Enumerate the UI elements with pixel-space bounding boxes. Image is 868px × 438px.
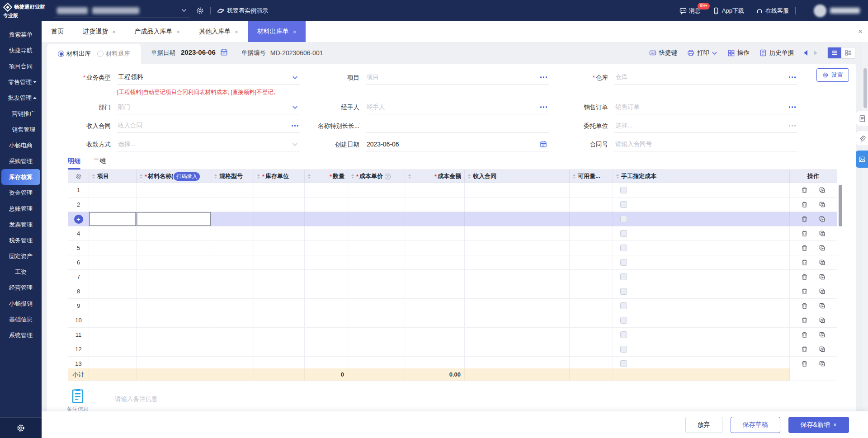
cell[interactable] [254,212,305,226]
sidebar-item-3[interactable]: 项目合同 [0,58,42,74]
cell[interactable] [305,212,348,226]
delete-row-icon[interactable] [801,360,808,367]
discard-button[interactable]: 放弃 [685,417,722,433]
cell[interactable] [570,342,613,356]
cell[interactable] [137,226,211,240]
column-header-1[interactable] [68,170,89,183]
sort-arrows-icon[interactable] [468,174,471,179]
column-header-6[interactable]: *数量 [305,170,348,183]
close-icon[interactable]: × [858,21,863,42]
form-field-input[interactable]: 2023-06-06 [366,138,549,151]
cell[interactable] [137,183,211,197]
table-row-13[interactable]: 13 [68,357,837,368]
cell[interactable] [89,226,137,240]
messages-button[interactable]: 消息 99+ [679,7,701,15]
table-row-2[interactable]: 2 [68,198,837,212]
form-field-input[interactable]: 请输入合同号 [614,138,797,151]
tab-4[interactable]: 其他入库单× [189,21,248,42]
radio-material-out[interactable]: 材料出库 [58,50,91,58]
column-header-3[interactable]: *材料名称(扫码录入 [137,170,211,183]
info-icon[interactable]: ? [385,174,391,179]
form-field-input[interactable]: 仓库 [614,71,797,85]
cell[interactable] [89,328,137,342]
cell[interactable] [790,183,837,197]
delete-row-icon[interactable] [801,245,808,251]
sidebar-item-8[interactable]: 小畅电商 [0,137,42,153]
gear-icon[interactable] [196,7,204,14]
cell[interactable] [137,255,211,269]
cell[interactable] [137,357,211,368]
cell[interactable] [137,313,211,327]
list-view-button[interactable] [828,47,841,58]
cell[interactable] [348,183,405,197]
cell[interactable] [790,328,837,342]
copy-row-icon[interactable] [819,302,826,309]
sidebar-item-18[interactable]: 小畅报销 [0,296,42,311]
form-field-input[interactable]: 选择... [614,119,797,133]
cell[interactable] [348,342,405,356]
sidebar-item-15[interactable]: 固定资产 [0,248,42,264]
close-icon[interactable]: × [177,28,180,35]
cell[interactable] [570,299,613,313]
column-header-5[interactable]: *库存单位 [254,170,305,183]
gear-icon[interactable] [75,173,82,180]
column-header-11[interactable]: 手工指定成本 [613,170,790,183]
manual-cost-checkbox[interactable] [620,360,627,367]
delete-row-icon[interactable] [801,346,808,353]
manual-cost-checkbox[interactable] [620,259,627,266]
ellipsis-icon[interactable] [292,125,299,127]
company-selector[interactable] [54,4,190,18]
user-account[interactable] [814,5,860,17]
form-field-input[interactable] [366,119,549,133]
cell[interactable] [254,284,305,298]
cell[interactable] [348,255,405,269]
cell[interactable] [613,313,790,327]
form-field-input[interactable]: 选择... [117,138,300,151]
cell[interactable] [348,313,405,327]
cell[interactable] [254,328,305,342]
sidebar-item-6[interactable]: 营销推广 [3,106,44,122]
cell[interactable] [254,183,305,197]
cell[interactable] [790,357,837,368]
cell[interactable] [790,284,837,298]
cell[interactable] [254,255,305,269]
page-scrollbar-thumb[interactable] [863,68,867,108]
cell[interactable] [211,241,254,255]
delete-row-icon[interactable] [801,230,808,237]
cell[interactable]: 10 [68,313,89,327]
cell[interactable] [570,255,613,269]
column-header-4[interactable]: 规格型号 [211,170,254,183]
tab-3[interactable]: 产成品入库单× [125,21,190,42]
cell[interactable]: 11 [68,328,89,342]
cell[interactable] [89,299,137,313]
close-icon[interactable]: × [293,28,297,35]
cell[interactable] [137,284,211,298]
cell[interactable] [570,198,613,212]
cell[interactable]: 4 [68,226,89,240]
table-row-5[interactable]: 5 [68,241,837,255]
cell[interactable] [790,313,837,327]
cell[interactable] [790,198,837,212]
remark-icon-box[interactable]: 备注信息 [53,387,102,411]
cell[interactable] [570,328,613,342]
cell[interactable]: 6 [68,255,89,269]
prev-record-arrow[interactable] [804,50,807,56]
close-icon[interactable]: × [235,28,238,35]
cell[interactable] [211,342,254,356]
toolbar-action-2[interactable]: 打印 [687,49,718,57]
cell[interactable] [89,183,137,197]
form-field-input[interactable]: 销售订单 [614,101,797,114]
cell[interactable] [570,241,613,255]
cell[interactable] [465,212,570,226]
manual-cost-checkbox[interactable] [620,216,627,222]
copy-row-icon[interactable] [819,273,826,280]
support-button[interactable]: 在线客服 [756,7,789,15]
doc-date-field[interactable]: 2023-06-06 [180,47,229,58]
sidebar-item-20[interactable]: 系统管理 [0,327,42,343]
cell[interactable] [305,226,348,240]
sort-arrows-icon[interactable] [351,174,354,179]
cell[interactable] [405,328,465,342]
cell[interactable] [790,255,837,269]
cell[interactable] [348,241,405,255]
cell[interactable] [465,226,570,240]
